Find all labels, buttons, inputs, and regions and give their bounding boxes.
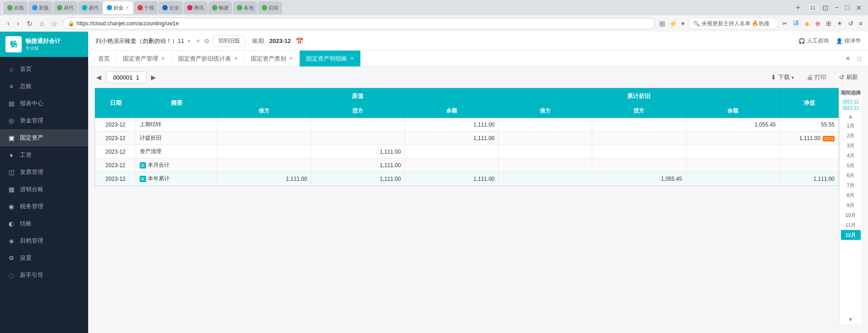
minimize-btn[interactable]: −: [832, 4, 841, 12]
sidebar-item-固定资产[interactable]: ▣固定资产: [0, 129, 88, 146]
browser-tab-2[interactable]: 易代: [53, 1, 77, 14]
month-item-6月[interactable]: 6月: [841, 170, 861, 180]
new-tab-btn[interactable]: +: [792, 3, 804, 13]
forward-btn[interactable]: ›: [15, 19, 21, 28]
sidebar-item-进销台账[interactable]: ▦进销台账: [0, 181, 88, 198]
next-page-btn[interactable]: ▶: [149, 73, 158, 82]
month-item-11月[interactable]: 11月: [841, 220, 861, 230]
dropdown-icon[interactable]: ▾: [188, 38, 190, 44]
month-item-5月[interactable]: 5月: [841, 160, 861, 170]
browser-tab-0[interactable]: 在线: [4, 1, 28, 14]
page-tab-close-1[interactable]: ✕: [161, 56, 165, 61]
history-icon[interactable]: ↺: [848, 20, 854, 27]
game-icon[interactable]: ⊕: [815, 20, 821, 27]
grid-icon[interactable]: ⊞: [826, 20, 831, 27]
month-item-10月[interactable]: 10月: [841, 210, 861, 220]
page-tab-3[interactable]: 固定资产类别✕: [245, 51, 300, 67]
scissors-icon[interactable]: ✂: [782, 20, 788, 27]
prev-page-btn[interactable]: ◀: [94, 73, 103, 82]
reload-btn[interactable]: ↻: [25, 19, 34, 29]
menu-icon[interactable]: ≡: [859, 20, 863, 27]
period-panel-title: 期间选择: [840, 88, 862, 98]
print-icon: 🖨: [807, 74, 813, 81]
bookmark-btn[interactable]: ☆: [49, 19, 59, 29]
browser-tab-7[interactable]: 腾讯: [184, 1, 208, 14]
sidebar-item-发票管理[interactable]: ◫发票管理: [0, 164, 88, 181]
qr-icon[interactable]: ⊞: [659, 19, 665, 28]
sidebar-item-设置[interactable]: ⚙设置: [0, 249, 88, 267]
nav-icon-9: ◐: [7, 220, 15, 227]
sidebar-item-总账[interactable]: ≡总账: [0, 78, 88, 95]
sidebar-item-归档管理[interactable]: ◈归档管理: [0, 232, 88, 249]
page-tab-4[interactable]: 固定资产明细账✕: [300, 51, 361, 67]
scroll-down-btn[interactable]: ▼: [847, 315, 855, 324]
month-item-4月[interactable]: 4月: [841, 150, 861, 160]
col-desc: 摘要: [136, 89, 217, 118]
month-item-2月[interactable]: 2月: [841, 131, 861, 141]
address-bar[interactable]: 🔒 https://cloud.chanjet.com/accounting/u…: [63, 18, 656, 29]
table-row-4: 2023-12 ⊞本年累计 1,111.00 1,111.00 1,111.00…: [95, 172, 839, 186]
back-btn[interactable]: ‹: [5, 19, 11, 28]
cell-debit1-4: 1,111.00: [217, 172, 311, 186]
settings-icon[interactable]: ⚙: [204, 38, 210, 45]
add-icon[interactable]: +: [196, 37, 200, 45]
browser-tab-4[interactable]: 好会✕: [103, 1, 133, 14]
month-item-3月[interactable]: 3月: [841, 141, 861, 150]
download-btn[interactable]: ⬇ 下载 ▾: [767, 71, 797, 83]
win-max-btn[interactable]: □: [854, 54, 864, 64]
sidebar-item-结账[interactable]: ◐结账: [0, 215, 88, 232]
user-area[interactable]: 👤 徐泽华: [836, 37, 861, 45]
sidebar-item-资金管理[interactable]: ◎资金管理: [0, 112, 88, 129]
page-tab-close-3[interactable]: ✕: [289, 56, 293, 61]
wallet-icon[interactable]: ◈: [805, 20, 810, 27]
calendar-icon[interactable]: 📅: [296, 38, 303, 45]
switch-version-btn[interactable]: 切到旧版: [213, 35, 245, 47]
content-area: ◀ ▶ ⬇ 下载 ▾ 🖨 打印 ↺ 刷新: [88, 67, 868, 333]
month-item-8月[interactable]: 8月: [841, 190, 861, 200]
scroll-up-btn[interactable]: ▲: [847, 112, 855, 121]
page-tab-close-4[interactable]: ✕: [350, 56, 354, 61]
page-tab-close-2[interactable]: ✕: [234, 56, 238, 61]
sun-icon[interactable]: ☀: [837, 20, 843, 27]
win-close-btn[interactable]: ✕: [843, 54, 853, 64]
browser-tab-9[interactable]: 各地: [233, 1, 257, 14]
browser-tab-8[interactable]: 畅捷: [208, 1, 232, 14]
dropdown-btn[interactable]: ▾: [681, 20, 684, 27]
browser-tab-10[interactable]: 目前: [258, 1, 282, 14]
restore-btn[interactable]: ⊡: [820, 4, 831, 12]
maximize-btn[interactable]: □: [842, 4, 852, 12]
sidebar-item-工资[interactable]: ♦工资: [0, 146, 88, 164]
lightning-icon[interactable]: ⚡: [669, 19, 678, 28]
col-date: 日期: [95, 89, 136, 118]
sidebar-item-新手引导[interactable]: ◌新手引导: [0, 267, 88, 284]
page-tab-1[interactable]: 固定资产管理✕: [117, 51, 172, 67]
cell-net-3: [780, 159, 839, 172]
close-browser-btn[interactable]: ✕: [853, 4, 864, 12]
consult-btn[interactable]: 🎧 人工咨询: [798, 37, 829, 45]
month-item-9月[interactable]: 9月: [841, 200, 861, 210]
sidebar-header: 畅 畅捷通好会计 专业版: [0, 32, 88, 57]
month-item-12月[interactable]: 12月: [841, 230, 861, 240]
nav-label-3: 资金管理: [20, 117, 43, 125]
col-net: 净值: [780, 89, 839, 118]
sidebar-item-报表中心[interactable]: ▤报表中心: [0, 95, 88, 112]
cell-debit2-2: [498, 145, 592, 159]
refresh-btn[interactable]: ↺ 刷新: [835, 71, 862, 83]
print-btn[interactable]: 🖨 打印: [803, 71, 830, 83]
month-item-1月[interactable]: 1月: [841, 121, 861, 131]
nav-label-5: 工资: [20, 151, 32, 159]
browser-tab-1[interactable]: 新版: [28, 1, 52, 14]
browser-tab-6[interactable]: 企业: [159, 1, 183, 14]
search-bar[interactable]: 🔍 央视更新主持人名单 🔥热搜: [688, 18, 778, 29]
page-tab-0[interactable]: 首页: [92, 51, 117, 67]
browser-tab-5[interactable]: 个税: [134, 1, 158, 14]
page-tab-2[interactable]: 固定资产折旧统计表✕: [172, 51, 245, 67]
browser-tab-3[interactable]: 易代: [78, 1, 102, 14]
home-btn[interactable]: ⌂: [38, 19, 46, 28]
sidebar-item-税务管理[interactable]: ◉税务管理: [0, 198, 88, 215]
translate-icon[interactable]: 译: [793, 19, 799, 28]
month-item-7月[interactable]: 7月: [841, 180, 861, 190]
sidebar-item-首页[interactable]: ⌂首页: [0, 61, 88, 78]
cell-debit2-0: [498, 118, 592, 131]
page-input[interactable]: [106, 71, 146, 83]
